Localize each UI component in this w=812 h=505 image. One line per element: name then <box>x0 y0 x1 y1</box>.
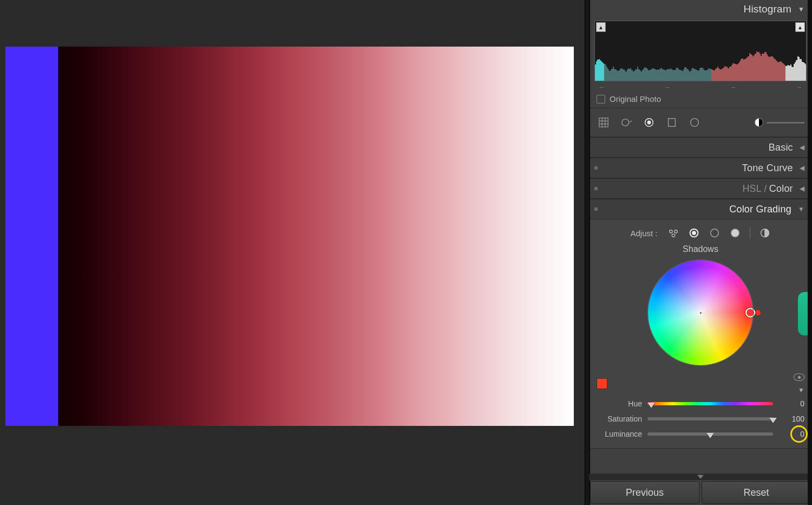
svg-point-16 <box>731 229 739 237</box>
adjust-global-icon[interactable] <box>759 227 771 239</box>
svg-point-5 <box>622 119 629 126</box>
svg-point-15 <box>710 229 718 237</box>
hue-slider[interactable]: Hue 0 <box>597 399 804 408</box>
svg-point-14 <box>692 231 696 235</box>
adjust-highlights-icon[interactable] <box>729 227 741 239</box>
window-scrollbar[interactable] <box>808 0 812 505</box>
panel-header-hsl-color[interactable]: HSL / Color ◀ <box>589 178 812 199</box>
svg-point-9 <box>691 119 699 127</box>
color-grading-panel: Adjust : <box>589 219 812 449</box>
original-photo-checkbox[interactable] <box>597 95 605 103</box>
svg-point-11 <box>674 230 677 234</box>
luminance-slider[interactable]: Luminance 0 <box>597 430 804 438</box>
toolstrip <box>589 108 812 137</box>
panel-header-histogram[interactable]: Histogram ▼ <box>589 0 812 18</box>
color-wheel-handle[interactable] <box>745 308 755 318</box>
svg-point-10 <box>669 230 672 234</box>
chevron-down-icon[interactable]: ▼ <box>798 386 804 394</box>
chevron-left-icon: ◀ <box>800 164 804 172</box>
slider-thumb[interactable] <box>769 418 777 423</box>
chevron-down-icon: ▼ <box>798 205 804 213</box>
svg-rect-0 <box>599 118 608 127</box>
zone-title: Shadows <box>597 244 804 254</box>
slider-thumb[interactable] <box>706 433 714 438</box>
image-preview[interactable] <box>5 47 574 426</box>
adjust-midtones-icon[interactable] <box>709 227 721 239</box>
histogram-title: Histogram <box>744 3 791 15</box>
footer-splitter[interactable] <box>589 474 812 480</box>
svg-point-12 <box>672 234 675 237</box>
panel-switch-icon[interactable] <box>594 187 598 190</box>
slider-thumb[interactable] <box>647 403 655 408</box>
hue-value[interactable]: 0 <box>778 399 804 408</box>
previous-button[interactable]: Previous <box>590 481 699 504</box>
histogram-meta: – – – – <box>589 81 812 93</box>
panel-header-color-grading[interactable]: Color Grading ▼ <box>589 199 812 219</box>
chevron-down-icon: ▼ <box>798 5 804 13</box>
panel-switch-icon[interactable] <box>594 166 598 170</box>
saturation-slider[interactable]: Saturation 100 <box>597 415 804 423</box>
adjust-3way-icon[interactable] <box>667 227 679 239</box>
mask-amount-slider[interactable] <box>755 118 804 127</box>
panel-header-basic[interactable]: Basic ◀ <box>589 137 812 158</box>
eye-icon[interactable] <box>794 373 804 381</box>
color-wheel-hue-indicator <box>755 310 761 315</box>
spot-heal-tool-icon[interactable] <box>619 115 633 130</box>
redeye-tool-icon[interactable] <box>642 115 656 130</box>
panel-switch-icon[interactable] <box>594 208 598 211</box>
half-circle-icon <box>755 118 763 127</box>
color-swatch[interactable] <box>597 378 607 389</box>
saturation-value[interactable]: 100 <box>778 415 804 423</box>
histogram-bars <box>595 27 806 81</box>
chevron-left-icon: ◀ <box>800 144 804 151</box>
clipping-overlay-blue <box>5 47 58 426</box>
preview-gradient <box>58 47 574 426</box>
color-wheel-shadows[interactable] <box>647 260 754 366</box>
original-photo-label: Original Photo <box>610 94 661 103</box>
luminance-value[interactable]: 0 <box>778 430 804 438</box>
graduated-filter-icon[interactable] <box>687 115 702 130</box>
histogram-display[interactable]: ▲ ▲ <box>594 21 807 81</box>
panel-resize-handle[interactable] <box>585 0 590 505</box>
crop-tool-icon[interactable] <box>597 115 611 130</box>
svg-point-7 <box>647 121 651 124</box>
masking-tool-icon[interactable] <box>665 115 679 130</box>
chevron-left-icon: ◀ <box>800 185 804 192</box>
tutorial-highlight-ring <box>790 425 808 443</box>
reset-button[interactable]: Reset <box>702 481 811 504</box>
adjust-shadows-icon[interactable] <box>688 227 700 239</box>
panel-header-tone-curve[interactable]: Tone Curve ◀ <box>589 158 812 178</box>
svg-rect-8 <box>669 119 676 127</box>
adjust-label: Adjust : <box>630 229 657 238</box>
